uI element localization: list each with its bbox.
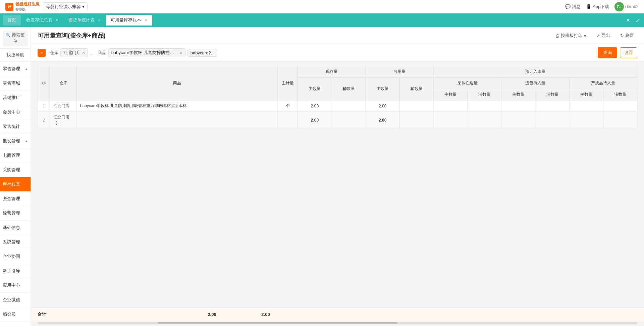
th-product: 商品 [77,66,278,100]
th-available-main: 主数量 [366,78,399,100]
refresh-icon: ↻ [620,33,624,38]
tab-order[interactable]: 要货单统计表 ✕ [64,15,105,26]
logo-icon: 好 [5,3,13,11]
row-num-2: 2 [38,112,50,129]
page-actions: 🖨 按模板打印 ▾ ↗ 导出 ↻ 刷新 [552,31,637,40]
top-bar-left: 好 畅捷通好生意 标准版 母婴行业演示账套 ▾ [5,1,88,12]
refresh-button[interactable]: ↻ 刷新 [617,31,637,40]
row-incoming-aux-2 [535,112,569,129]
th-incoming-main: 主数量 [501,89,535,100]
th-planned-in: 预计入库量 [433,66,637,78]
footer-cells: 合计 2.00 2.00 [38,311,637,317]
sidebar-item-operations[interactable]: 经营管理 [0,206,31,221]
th-current-stock: 现存量 [298,66,366,78]
row-product-2 [77,112,278,129]
sidebar-item-app-center[interactable]: 应用中心 [0,278,31,293]
tab-close-order[interactable]: ✕ [98,18,101,22]
sidebar-item-finance[interactable]: 资金管理 [0,192,31,206]
sidebar-item-ecommerce[interactable]: 电商管理 [0,148,31,163]
export-button[interactable]: ↗ 导出 [593,31,613,40]
page-header: 可用量查询(按仓库+商品) 🖨 按模板打印 ▾ ↗ 导出 ↻ 刷新 [31,27,644,44]
top-bar-right: 💬 消息 📱 App下载 Ea demo2 [565,2,639,11]
inventory-table: ⚙ 仓库 商品 主计量 现存量 可用量 预计入库量 主数量 辅数量 主数量 辅数… [38,66,637,129]
row-purchase-main-1 [433,100,467,112]
product-tag-2[interactable]: babycare?... [187,49,218,57]
print-button[interactable]: 🖨 按模板打印 ▾ [552,31,590,40]
row-current-aux-1 [332,100,366,112]
page-title: 可用量查询(按仓库+商品) [38,32,106,40]
row-current-main-1: 2.00 [298,100,332,112]
filter-expand-button[interactable]: » [38,49,46,57]
table-row: 2 江北门店【... 2.00 2.00 [38,112,637,129]
scroll-track[interactable] [38,322,637,324]
search-menu-button[interactable]: 🔍 搜索菜单 [3,30,28,46]
row-available-main-2: 2.00 [366,112,399,129]
warehouse-tag[interactable]: 江北门店 ✕ [60,48,88,57]
sidebar-item-retail-mall[interactable]: 零售商城 [0,76,31,91]
th-production-pending: 产成品待入量 [569,78,637,89]
sidebar-item-enterprise[interactable]: 企业协同 [0,249,31,264]
user-area[interactable]: Ea demo2 [614,2,639,11]
sidebar-item-member[interactable]: 畅会员 [0,307,31,322]
main-layout: 🔍 搜索菜单 快捷导航 零售管理 零售商城 营销推广 会员中心 零售统计 批发管… [0,27,644,326]
warehouse-tag-close[interactable]: ✕ [82,51,85,55]
tab-close-stock[interactable]: ✕ [145,18,147,22]
th-gear[interactable]: ⚙ [38,66,50,100]
th-purchase-transit: 采购在途量 [433,78,501,89]
sidebar-item-wholesale[interactable]: 批发管理 [0,134,31,148]
logo-text: 畅捷通好生意 标准版 [15,1,40,12]
sidebar-item-purchase[interactable]: 采购管理 [0,163,31,177]
maximize-icon[interactable]: ⤢ [634,16,641,25]
sidebar-item-newbie[interactable]: 新手引导 [0,264,31,278]
sidebar-item-member-center[interactable]: 会员中心 [0,105,31,120]
tab-close-all-icon[interactable]: ✕ [625,16,632,25]
quick-nav-button[interactable]: 快捷导航 [0,49,31,62]
industry-selector[interactable]: 母婴行业演示账套 ▾ [43,2,88,11]
query-button[interactable]: 查询 [598,47,617,58]
warehouse-filter: 仓库 江北门店 ✕ ... [50,48,94,57]
tab-summary[interactable]: 收发存汇总表 ✕ [21,15,63,26]
table-footer: 合计 2.00 2.00 [31,308,644,321]
row-production-aux-1 [603,100,637,112]
tab-home[interactable]: 首页 [3,15,21,26]
scroll-thumb[interactable] [158,322,397,324]
sidebar-item-wechat[interactable]: 企业微信 [0,293,31,307]
row-incoming-main-2 [501,112,535,129]
product-tag-1-close[interactable]: ✕ [180,51,182,55]
row-purchase-aux-2 [468,112,501,129]
sidebar-item-retail-stats[interactable]: 零售统计 [0,120,31,134]
sidebar-item-system[interactable]: 系统管理 [0,235,31,249]
sidebar: 🔍 搜索菜单 快捷导航 零售管理 零售商城 营销推广 会员中心 零售统计 批发管… [0,27,31,326]
row-available-aux-2 [399,112,433,129]
tab-stock[interactable]: 可用量库存账本 ✕ [106,15,152,26]
settings-button[interactable]: 设置 [620,47,637,58]
sidebar-item-basic-info[interactable]: 基础信息 [0,221,31,235]
th-available: 可用量 [366,66,433,78]
sidebar-item-inventory[interactable]: 库存核算 [0,177,31,192]
content-area: 可用量查询(按仓库+商品) 🖨 按模板打印 ▾ ↗ 导出 ↻ 刷新 » [31,27,644,326]
warehouse-more[interactable]: ... [90,50,94,55]
chevron-down-icon: ▾ [82,4,85,9]
table-container[interactable]: ⚙ 仓库 商品 主计量 现存量 可用量 预计入库量 主数量 辅数量 主数量 辅数… [31,62,644,308]
row-warehouse-2: 江北门店【... [50,112,77,129]
product-tag-1[interactable]: babycare学饮杯 儿童防摔防撞吸管杯重力球吸嘴杯宝宝水杯 ✕ [108,48,185,57]
row-production-main-2 [569,112,603,129]
message-button[interactable]: 💬 消息 [565,4,581,10]
sidebar-item-marketing[interactable]: 营销推广 [0,91,31,105]
message-icon: 💬 [565,4,571,9]
sidebar-item-retail-mgmt[interactable]: 零售管理 [0,62,31,76]
tab-bar-right: ✕ ⤢ [625,16,641,25]
row-incoming-aux-1 [535,100,569,112]
export-icon: ↗ [596,33,600,38]
row-current-aux-2 [332,112,366,129]
th-purchase-aux: 辅数量 [468,89,501,100]
row-unit-2 [278,112,298,129]
th-unit: 主计量 [278,66,298,100]
footer-label: 合计 [38,311,91,317]
tab-close-summary[interactable]: ✕ [56,18,58,22]
app-download-button[interactable]: 📱 App下载 [586,4,609,10]
print-dropdown-icon: ▾ [584,33,586,38]
th-warehouse: 仓库 [50,66,77,100]
row-production-main-1 [569,100,603,112]
scroll-area[interactable] [31,321,644,326]
